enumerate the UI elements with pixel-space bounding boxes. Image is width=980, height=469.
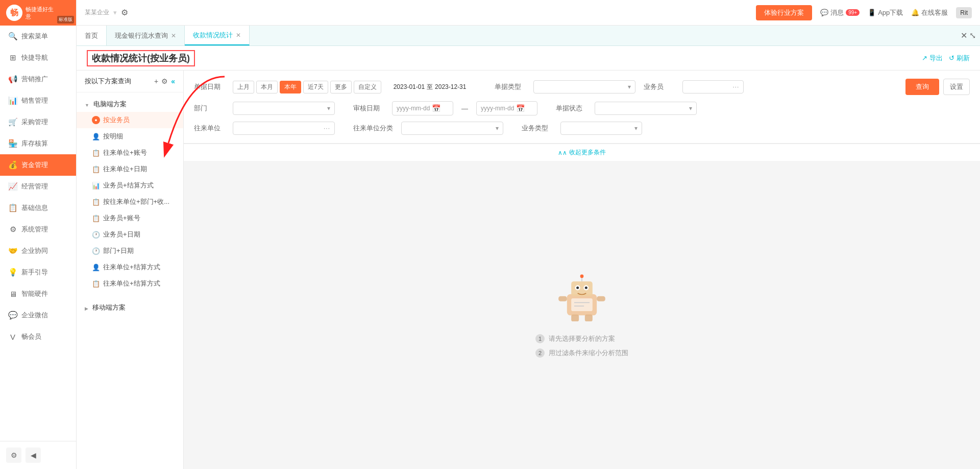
- sidebar-item-system[interactable]: ⚙ 系统管理: [0, 219, 76, 240]
- desktop-group-label[interactable]: 电脑端方案: [77, 97, 183, 112]
- review-to-text: yyyy-mm-dd: [481, 105, 514, 112]
- date-tab-more[interactable]: 更多: [330, 81, 352, 93]
- add-scheme-button[interactable]: +: [154, 77, 158, 85]
- basic-icon: 📋: [8, 203, 17, 213]
- refresh-label: 刷新: [957, 54, 970, 63]
- partner-select[interactable]: ···: [233, 122, 335, 135]
- tree-item-partner-settlement2[interactable]: 📋 往来单位+结算方式: [77, 275, 183, 292]
- type-select[interactable]: ▾: [533, 80, 635, 93]
- app-download-button[interactable]: 📱 App下载: [868, 8, 903, 17]
- tab-home[interactable]: 首页: [77, 26, 107, 45]
- collapse-up-icon: ∧∧: [558, 149, 567, 156]
- tree-item-salesperson[interactable]: ● 按业务员: [77, 112, 183, 128]
- logo-text: 畅捷通好生 意: [26, 6, 54, 20]
- review-date-to[interactable]: yyyy-mm-dd 📅: [476, 101, 537, 115]
- tree-item-salesperson-date[interactable]: 🕐 业务员+日期: [77, 226, 183, 243]
- date-tab-7days[interactable]: 近7天: [303, 81, 328, 93]
- status-select[interactable]: ▾: [595, 102, 697, 115]
- system-icon: ⚙: [8, 225, 17, 234]
- tab-bank-close-icon[interactable]: ✕: [171, 32, 176, 39]
- panel-collapse-button[interactable]: «: [171, 77, 175, 85]
- review-date-from[interactable]: yyyy-mm-dd 📅: [392, 101, 453, 115]
- svg-point-7: [580, 274, 584, 278]
- tree-item-salesperson-settlement[interactable]: 📊 业务员+结算方式: [77, 177, 183, 194]
- business-type-select[interactable]: ▾: [560, 122, 642, 135]
- type-chevron-icon: ▾: [628, 83, 631, 90]
- mobile-group-text: 移动端方案: [92, 303, 126, 312]
- partner-category-select[interactable]: ▾: [401, 122, 503, 135]
- refresh-icon: ↺: [949, 54, 954, 62]
- tree-item-partner-account[interactable]: 📋 往来单位+账号: [77, 145, 183, 161]
- sidebar-item-basic[interactable]: 📋 基础信息: [0, 197, 76, 219]
- sidebar-item-wechat[interactable]: 💬 企业微信: [0, 304, 76, 326]
- filter-settings-button[interactable]: 设置: [943, 79, 970, 95]
- collapse-bar[interactable]: ∧∧ 收起更多条件: [184, 144, 980, 161]
- sidebar-item-hardware[interactable]: 🖥 智能硬件: [0, 283, 76, 304]
- tree-item-partner-date[interactable]: 📋 往来单位+日期: [77, 161, 183, 177]
- inventory-icon: 🏪: [8, 139, 17, 148]
- tree-item-salesperson-account[interactable]: 📋 业务员+账号: [77, 210, 183, 226]
- main-content: 某某企业 ▾ ⚙ 体验行业方案 💬 消息 99+ 📱 App下载 🔔 在线客服: [77, 0, 980, 469]
- tab-collection[interactable]: 收款情况统计 ✕: [185, 26, 250, 45]
- filter-area: 单据日期 上月 本月 本年 近7天 更多 自定义 2023-01-01 至: [184, 71, 980, 144]
- tree-item-partner-dept[interactable]: 📋 按往来单位+部门+收...: [77, 194, 183, 210]
- calendar-to-icon[interactable]: 📅: [516, 104, 525, 112]
- sidebar-item-finance[interactable]: 💰 资金管理: [0, 154, 76, 176]
- date-from-text: 2023-01-01: [394, 83, 425, 90]
- sidebar-label-enterprise: 企业协同: [21, 246, 48, 255]
- calendar-from-icon[interactable]: 📅: [432, 104, 440, 112]
- scheme-settings-button[interactable]: ⚙: [161, 77, 168, 85]
- tab-collection-close-icon[interactable]: ✕: [236, 32, 241, 39]
- online-service-button[interactable]: 🔔 在线客服: [911, 8, 948, 17]
- sidebar-item-sales[interactable]: 📊 销售管理: [0, 90, 76, 111]
- status-chevron-icon: ▾: [689, 105, 692, 112]
- partner-dots-icon: ···: [324, 125, 330, 132]
- tree-item-partner-settlement1[interactable]: 👤 往来单位+结算方式: [77, 259, 183, 275]
- tree-item-dept-date-label: 部门+日期: [103, 246, 134, 255]
- dept-select[interactable]: ▾: [233, 102, 335, 115]
- tab-bank[interactable]: 现金银行流水查询 ✕: [107, 26, 185, 45]
- sidebar-item-quicknav[interactable]: ⊞ 快捷导航: [0, 47, 76, 68]
- sidebar-settings-button[interactable]: ⚙: [6, 448, 21, 463]
- user-avatar[interactable]: Rit: [956, 7, 972, 18]
- query-button[interactable]: 查询: [905, 79, 939, 95]
- sidebar-footer: ⚙ ◀: [0, 441, 76, 469]
- date-tab-this-month[interactable]: 本月: [256, 81, 278, 93]
- business-type-label: 业务类型: [522, 124, 552, 133]
- content-area: 按以下方案查询 + ⚙ « 电脑端方案 ● 按业务员: [77, 71, 980, 469]
- sidebar-item-purchase[interactable]: 🛒 采购管理: [0, 111, 76, 133]
- detail-icon: 👤: [92, 132, 100, 140]
- sidebar-item-enterprise[interactable]: 🤝 企业协同: [0, 240, 76, 262]
- tab-bar-end: ✕ ⤡: [957, 26, 980, 45]
- salesperson-select[interactable]: ···: [682, 80, 744, 93]
- tree-item-detail[interactable]: 👤 按明细: [77, 128, 183, 145]
- sidebar-item-guide[interactable]: 💡 新手引导: [0, 262, 76, 283]
- svg-point-5: [585, 286, 587, 289]
- dept-date-icon: 🕐: [92, 247, 100, 255]
- export-label: 导出: [929, 54, 943, 63]
- date-tab-custom[interactable]: 自定义: [354, 81, 381, 93]
- sidebar-label-member: 畅会员: [21, 332, 41, 341]
- date-tab-this-year[interactable]: 本年: [280, 81, 301, 93]
- sidebar-item-search[interactable]: 🔍 搜索菜单: [0, 26, 76, 47]
- sidebar-item-member[interactable]: V 畅会员: [0, 326, 76, 347]
- refresh-button[interactable]: ↺ 刷新: [949, 54, 970, 63]
- sidebar-item-operation[interactable]: 📈 经营管理: [0, 176, 76, 197]
- tab-bank-label: 现金银行流水查询: [115, 31, 168, 40]
- messages-button[interactable]: 💬 消息 99+: [820, 8, 860, 17]
- app-download-label: App下载: [878, 8, 903, 17]
- sidebar-item-inventory[interactable]: 🏪 库存核算: [0, 133, 76, 154]
- export-button[interactable]: ↗ 导出: [922, 54, 943, 63]
- date-tab-last-month[interactable]: 上月: [233, 81, 254, 93]
- settings-gear-icon[interactable]: ⚙: [121, 8, 128, 17]
- mobile-group-label[interactable]: 移动端方案: [77, 300, 183, 315]
- sidebar-item-marketing[interactable]: 📢 营销推广: [0, 68, 76, 90]
- tree-item-dept-date[interactable]: 🕐 部门+日期: [77, 243, 183, 259]
- tab-close-all-button[interactable]: ✕: [961, 31, 967, 40]
- tab-maximize-button[interactable]: ⤡: [969, 31, 976, 40]
- left-panel-header: 按以下方案查询 + ⚙ «: [77, 71, 183, 92]
- sidebar-label-system: 系统管理: [21, 225, 48, 234]
- sidebar-collapse-button[interactable]: ◀: [26, 448, 41, 463]
- dept-label: 部门: [194, 104, 225, 113]
- trial-button[interactable]: 体验行业方案: [756, 5, 812, 20]
